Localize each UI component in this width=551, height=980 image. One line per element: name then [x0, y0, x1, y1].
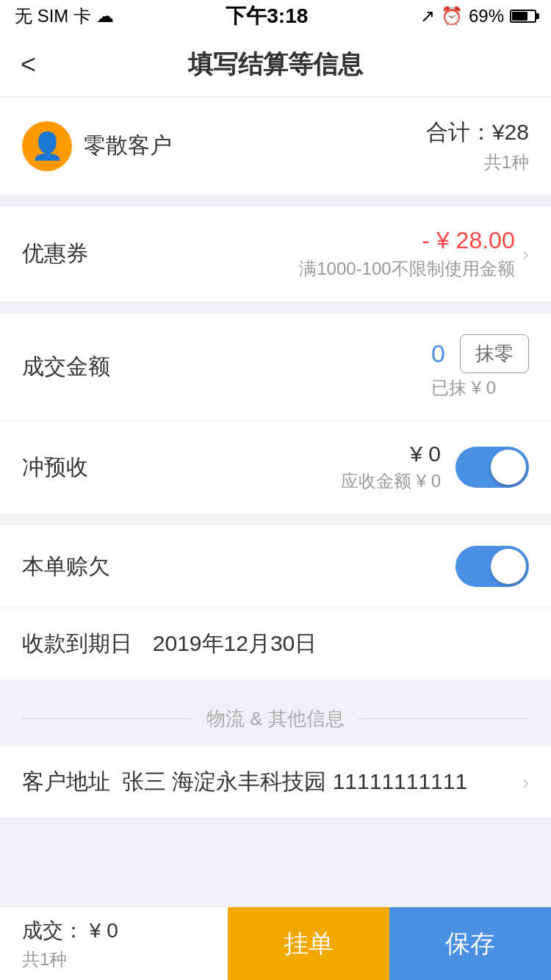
- save-button[interactable]: 保存: [389, 907, 551, 981]
- address-row[interactable]: 客户地址 张三 海淀永丰科技园 11111111111 ›: [0, 746, 551, 818]
- total-count: 共1种: [426, 151, 529, 174]
- coupon-row[interactable]: 优惠券 - ¥ 28.00 满1000-100不限制使用金额 ›: [0, 206, 551, 302]
- bottom-deal-amount: 成交： ¥ 0: [22, 917, 206, 945]
- customer-avatar: 👤: [22, 121, 72, 171]
- credit-row: 本单赊欠: [0, 525, 551, 608]
- logistics-label: 物流 & 其他信息: [206, 706, 345, 732]
- bottom-deal-value: ¥ 0: [90, 919, 118, 942]
- pre-receive-amounts: ¥ 0 应收金额 ¥ 0: [341, 442, 441, 493]
- pre-receive-toggle[interactable]: [455, 447, 529, 488]
- deal-amount-label: 成交金额: [22, 352, 110, 382]
- customer-row: 👤 零散客户 合计：¥28 共1种: [0, 97, 551, 195]
- page-title: 填写结算等信息: [188, 48, 363, 82]
- bottom-info: 成交： ¥ 0 共1种: [0, 917, 228, 971]
- address-value: 张三 海淀永丰科技园 11111111111: [122, 767, 515, 797]
- coupon-label: 优惠券: [22, 239, 88, 269]
- deal-amount-row: 成交金额 0 抹零 已抹 ¥ 0: [0, 314, 551, 421]
- due-date-value: 2019年12月30日: [153, 631, 317, 655]
- due-date-label: 收款到期日: [22, 631, 132, 655]
- status-time: 下午3:18: [226, 2, 308, 30]
- pre-receive-row: 冲预收 ¥ 0 应收金额 ¥ 0: [0, 421, 551, 514]
- sim-status: 无 SIM 卡 ☁: [15, 4, 114, 28]
- bottom-deal-label: 成交：: [22, 919, 84, 942]
- deal-sub-label: 已抹 ¥ 0: [431, 376, 529, 400]
- customer-name: 零散客户: [84, 131, 172, 161]
- round-zero-button[interactable]: 抹零: [460, 334, 529, 373]
- status-bar: 无 SIM 卡 ☁ 下午3:18 ↗ ⏰ 69%: [0, 0, 551, 32]
- pre-sub-amount: 应收金额 ¥ 0: [341, 469, 441, 493]
- pre-receive-label: 冲预收: [22, 453, 88, 483]
- address-section: 客户地址 张三 海淀永丰科技园 11111111111 ›: [0, 746, 551, 818]
- battery-percent: 69%: [469, 6, 504, 26]
- location-icon: ↗: [420, 6, 435, 26]
- credit-label: 本单赊欠: [22, 552, 110, 582]
- transaction-section: 成交金额 0 抹零 已抹 ¥ 0 冲预收 ¥ 0 应收金额 ¥ 0: [0, 314, 551, 514]
- bottom-bar: 成交： ¥ 0 共1种 挂单 保存: [0, 907, 551, 980]
- toggle-knob: [491, 450, 526, 485]
- coupon-section: 优惠券 - ¥ 28.00 满1000-100不限制使用金额 ›: [0, 206, 551, 302]
- status-left: 无 SIM 卡 ☁: [15, 4, 114, 28]
- pre-main-amount: ¥ 0: [341, 442, 441, 466]
- coupon-chevron-icon: ›: [522, 242, 529, 266]
- credit-section: 本单赊欠 收款到期日 2019年12月30日: [0, 525, 551, 680]
- total-amount: 合计：¥28: [426, 118, 529, 148]
- status-right: ↗ ⏰ 69%: [420, 6, 536, 26]
- coupon-right: - ¥ 28.00 满1000-100不限制使用金额: [299, 227, 514, 281]
- address-label: 客户地址: [22, 767, 110, 797]
- alarm-icon: ⏰: [441, 6, 463, 26]
- nav-bar: < 填写结算等信息: [0, 32, 551, 97]
- back-button[interactable]: <: [21, 49, 36, 80]
- bottom-count: 共1种: [22, 948, 206, 971]
- coupon-desc: 满1000-100不限制使用金额: [299, 257, 514, 281]
- credit-toggle-knob: [491, 549, 526, 584]
- coupon-amount: - ¥ 28.00: [422, 227, 514, 254]
- hold-button[interactable]: 挂单: [228, 907, 389, 981]
- logistics-header: 物流 & 其他信息: [0, 691, 551, 746]
- battery-icon: [510, 10, 536, 23]
- address-chevron-icon: ›: [522, 771, 529, 794]
- deal-amount-value[interactable]: 0: [431, 339, 445, 368]
- due-date-row: 收款到期日 2019年12月30日: [0, 608, 551, 680]
- credit-toggle[interactable]: [455, 546, 529, 587]
